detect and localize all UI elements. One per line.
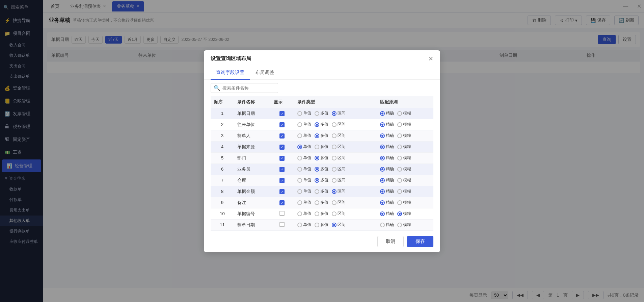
- type-radio-range[interactable]: 区间: [332, 188, 346, 194]
- search-input[interactable]: [222, 85, 276, 91]
- cell-display[interactable]: [270, 219, 294, 230]
- type-radio-multiple[interactable]: 多值: [315, 110, 328, 116]
- display-checkbox[interactable]: ✓: [279, 122, 285, 127]
- type-radio-single[interactable]: 单值: [297, 222, 311, 228]
- type-radio-multiple[interactable]: 多值: [315, 144, 328, 150]
- type-radio-multiple[interactable]: 多值: [315, 222, 328, 228]
- cell-match: 精确模糊: [377, 130, 433, 141]
- display-checkbox[interactable]: ✓: [279, 133, 285, 139]
- type-radio-multiple[interactable]: 多值: [315, 211, 328, 217]
- type-radio-single[interactable]: 单值: [297, 200, 311, 205]
- match-radio-exact[interactable]: 精确: [380, 122, 394, 127]
- match-radio-fuzzy[interactable]: 模糊: [397, 177, 411, 183]
- display-checkbox[interactable]: ✓: [279, 145, 285, 150]
- cell-type: 单值多值区间: [294, 186, 377, 197]
- cell-display[interactable]: ✓: [270, 108, 294, 119]
- dialog-save-button[interactable]: 保存: [407, 236, 433, 247]
- type-radio-range[interactable]: 区间: [332, 144, 346, 150]
- type-radio-single[interactable]: 单值: [297, 177, 311, 183]
- type-radio-range[interactable]: 区间: [332, 200, 346, 205]
- match-radio-exact[interactable]: 精确: [380, 211, 394, 217]
- match-radio-fuzzy[interactable]: 模糊: [397, 144, 411, 150]
- display-checkbox[interactable]: ✓: [279, 189, 285, 194]
- match-radio-exact[interactable]: 精确: [380, 110, 394, 116]
- display-checkbox[interactable]: ✓: [279, 178, 285, 183]
- cell-display[interactable]: ✓: [270, 141, 294, 152]
- match-radio-exact[interactable]: 精确: [380, 166, 394, 172]
- match-radio-fuzzy[interactable]: 模糊: [397, 133, 411, 139]
- type-radio-range[interactable]: 区间: [332, 211, 346, 217]
- match-radio-exact[interactable]: 精确: [380, 188, 394, 194]
- type-radio-range[interactable]: 区间: [332, 155, 346, 161]
- cancel-label: 取消: [386, 238, 395, 244]
- match-radio-fuzzy[interactable]: 模糊: [397, 155, 411, 161]
- type-radio-group: 单值多值区间: [297, 110, 373, 116]
- type-radio-range[interactable]: 区间: [332, 177, 346, 183]
- match-radio-exact[interactable]: 精确: [380, 200, 394, 205]
- type-radio-multiple[interactable]: 多值: [315, 200, 328, 205]
- type-radio-single[interactable]: 单值: [297, 133, 311, 139]
- display-checkbox[interactable]: ✓: [279, 156, 285, 161]
- cell-order: 6: [211, 163, 234, 175]
- display-checkbox[interactable]: [279, 211, 285, 216]
- cell-match: 精确模糊: [377, 141, 433, 152]
- type-radio-single[interactable]: 单值: [297, 122, 311, 127]
- cell-display[interactable]: ✓: [270, 152, 294, 163]
- type-radio-single[interactable]: 单值: [297, 166, 311, 172]
- type-radio-group: 单值多值区间: [297, 122, 373, 127]
- match-radio-fuzzy[interactable]: 模糊: [397, 188, 411, 194]
- match-radio-exact[interactable]: 精确: [380, 177, 394, 183]
- dialog-save-label: 保存: [415, 238, 425, 244]
- match-radio-fuzzy[interactable]: 模糊: [397, 200, 411, 205]
- cell-match: 精确模糊: [377, 152, 433, 163]
- type-radio-single[interactable]: 单值: [297, 110, 311, 116]
- match-radio-exact[interactable]: 精确: [380, 144, 394, 150]
- type-radio-range[interactable]: 区间: [332, 222, 346, 228]
- match-radio-fuzzy[interactable]: 模糊: [397, 211, 411, 217]
- dialog-table-row: 11制单日期单值多值区间精确模糊: [211, 219, 433, 230]
- type-radio-range[interactable]: 区间: [332, 133, 346, 139]
- dialog-tab-layout-adjust[interactable]: 布局调整: [250, 66, 279, 80]
- match-radio-group: 精确模糊: [380, 110, 430, 116]
- dialog-close-btn[interactable]: ✕: [428, 55, 433, 62]
- cell-name: 制单人: [234, 130, 270, 141]
- type-radio-multiple[interactable]: 多值: [315, 133, 328, 139]
- type-radio-multiple[interactable]: 多值: [315, 166, 328, 172]
- type-radio-single[interactable]: 单值: [297, 188, 311, 194]
- dialog-tab-field-settings[interactable]: 查询字段设置: [211, 66, 250, 80]
- match-radio-exact[interactable]: 精确: [380, 133, 394, 139]
- match-radio-fuzzy[interactable]: 模糊: [397, 222, 411, 228]
- cell-display[interactable]: [270, 208, 294, 219]
- type-radio-single[interactable]: 单值: [297, 155, 311, 161]
- match-radio-exact[interactable]: 精确: [380, 155, 394, 161]
- type-radio-multiple[interactable]: 多值: [315, 188, 328, 194]
- type-radio-range[interactable]: 区间: [332, 110, 346, 116]
- cell-display[interactable]: ✓: [270, 119, 294, 130]
- cell-display[interactable]: ✓: [270, 186, 294, 197]
- display-checkbox[interactable]: ✓: [279, 200, 285, 205]
- match-radio-exact[interactable]: 精确: [380, 222, 394, 228]
- cell-display[interactable]: ✓: [270, 197, 294, 208]
- cell-type: 单值多值区间: [294, 219, 377, 230]
- type-radio-range[interactable]: 区间: [332, 166, 346, 172]
- display-checkbox[interactable]: [279, 222, 285, 227]
- dialog-table-row: 2往来单位✓单值多值区间精确模糊: [211, 119, 433, 130]
- match-radio-fuzzy[interactable]: 模糊: [397, 166, 411, 172]
- match-radio-fuzzy[interactable]: 模糊: [397, 122, 411, 127]
- cell-display[interactable]: ✓: [270, 130, 294, 141]
- match-radio-fuzzy[interactable]: 模糊: [397, 110, 411, 116]
- cancel-button[interactable]: 取消: [377, 236, 404, 247]
- cell-order: 3: [211, 130, 234, 141]
- type-radio-multiple[interactable]: 多值: [315, 177, 328, 183]
- cell-display[interactable]: ✓: [270, 175, 294, 186]
- cell-display[interactable]: ✓: [270, 163, 294, 175]
- type-radio-single[interactable]: 单值: [297, 211, 311, 217]
- cell-order: 10: [211, 208, 234, 219]
- type-radio-single[interactable]: 单值: [297, 144, 311, 150]
- type-radio-multiple[interactable]: 多值: [315, 155, 328, 161]
- display-checkbox[interactable]: ✓: [279, 167, 285, 172]
- type-radio-range[interactable]: 区间: [332, 122, 346, 127]
- cell-match: 精确模糊: [377, 219, 433, 230]
- type-radio-multiple[interactable]: 多值: [315, 122, 328, 127]
- display-checkbox[interactable]: ✓: [279, 111, 285, 116]
